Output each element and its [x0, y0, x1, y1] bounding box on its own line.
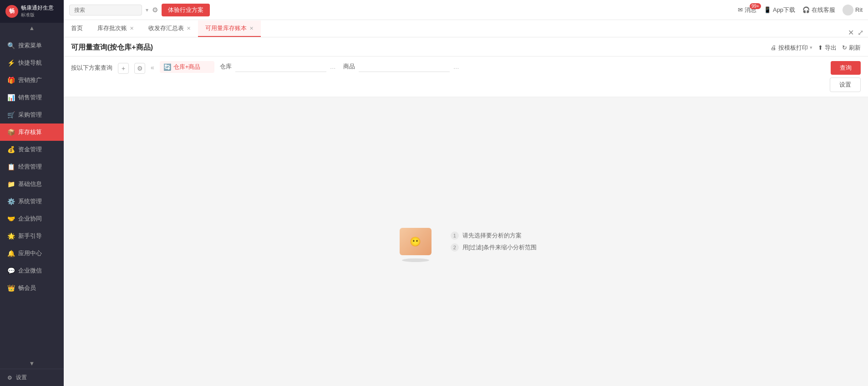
topbar-gear-icon[interactable]: ⚙ — [152, 6, 158, 14]
topbar: ▾ ⚙ 体验行业方案 ✉ 消息 99+ 📱 App下载 🎧 在线客服 Rit — [64, 0, 868, 20]
refresh-button[interactable]: ↻ 刷新 — [842, 44, 861, 52]
sidebar-logo: 畅 — [5, 5, 18, 18]
sidebar-item-label: 企业微信 — [18, 267, 42, 275]
empty-hints: 1 请先选择要分析的方案 2 用[过滤]条件来缩小分析范围 — [451, 232, 537, 252]
sidebar-item-label: 营销推广 — [18, 76, 42, 84]
export-label: 导出 — [825, 44, 837, 52]
print-dropdown-icon[interactable]: ▾ — [810, 45, 812, 51]
sidebar-item-enterprise[interactable]: 🤝 企业协同 — [0, 210, 64, 227]
print-button[interactable]: 🖨 按模板打印 ▾ — [771, 44, 812, 52]
filter-scheme-settings-button[interactable]: ⚙ — [134, 63, 145, 74]
tab-collect-close[interactable]: ✕ — [187, 26, 191, 31]
folder-icon: 📁 — [7, 180, 15, 188]
sidebar-item-label: 企业协同 — [18, 215, 42, 223]
tab-collect-label: 收发存汇总表 — [148, 24, 184, 32]
sidebar-scroll-down[interactable]: ▼ — [0, 358, 64, 369]
empty-hint-2: 2 用[过滤]条件来缩小分析范围 — [451, 243, 537, 252]
online-service-button[interactable]: 🎧 在线客服 — [802, 6, 835, 14]
tab-collect[interactable]: 收发存汇总表 ✕ — [141, 21, 198, 37]
print-label: 按模板打印 — [778, 44, 808, 52]
printer-icon: 🖨 — [771, 44, 777, 51]
scheme-label: 仓库+商品 — [173, 63, 201, 71]
sidebar-item-label: 销售管理 — [18, 93, 42, 102]
sidebar: 畅 畅康通好生意 标准版 ▲ 🔍 搜索菜单 ⚡ 快捷导航 🎁 营销推广 📊 销售… — [0, 0, 64, 386]
filter-schemes: 🔄 仓库+商品 — [160, 61, 214, 73]
wechat-icon: 💬 — [7, 267, 15, 274]
page-title: 可用量查询(按仓库+商品) — [71, 43, 153, 52]
sidebar-item-wechat[interactable]: 💬 企业微信 — [0, 262, 64, 279]
tab-batch-close[interactable]: ✕ — [130, 26, 134, 31]
trial-button[interactable]: 体验行业方案 — [162, 4, 210, 16]
online-service-label: 在线客服 — [812, 6, 835, 14]
page-header: 可用量查询(按仓库+商品) 🖨 按模板打印 ▾ ⬆ 导出 ↻ 刷新 — [64, 37, 868, 57]
export-button[interactable]: ⬆ 导出 — [818, 44, 837, 52]
user-menu[interactable]: Rit — [843, 5, 863, 15]
warehouse-more-icon[interactable]: … — [330, 63, 336, 70]
query-button[interactable]: 查询 — [831, 61, 861, 75]
sidebar-item-label: 系统管理 — [18, 197, 42, 206]
sidebar-subtitle: 标准版 — [21, 12, 54, 18]
tab-home[interactable]: 首页 — [64, 21, 90, 37]
sidebar-item-guide[interactable]: 🌟 新手引导 — [0, 227, 64, 245]
star-icon: 🌟 — [7, 232, 15, 240]
hint-num-1: 1 — [451, 232, 459, 240]
tabbar-close-icon[interactable]: ✕ — [848, 28, 854, 37]
sidebar-settings[interactable]: ⚙ 设置 — [0, 369, 64, 386]
filter-scheme-warehouse-product[interactable]: 🔄 仓库+商品 — [160, 61, 214, 73]
product-more-icon[interactable]: … — [453, 63, 459, 70]
filter-fields: 仓库 … 商品 … — [220, 61, 824, 72]
phone-icon: 📱 — [764, 6, 771, 13]
shortcut-icon: ⚡ — [7, 59, 15, 67]
sidebar-item-purchase[interactable]: 🛒 采购管理 — [0, 106, 64, 124]
message-button[interactable]: ✉ 消息 99+ — [738, 6, 756, 14]
sidebar-item-operations[interactable]: 📋 经营管理 — [0, 158, 64, 175]
warehouse-input[interactable] — [235, 61, 326, 72]
crown-icon: 👑 — [7, 284, 15, 292]
column-settings-button[interactable]: 设置 — [830, 77, 861, 92]
sidebar-title: 畅康通好生意 — [21, 5, 54, 12]
app-download-button[interactable]: 📱 App下载 — [764, 6, 795, 14]
filter-area-label: 按以下方案查询 — [71, 61, 112, 72]
sidebar-item-label: 快捷导航 — [18, 59, 42, 67]
tabbar-actions: ✕ ⤢ — [848, 28, 868, 37]
sidebar-item-apps[interactable]: 🔔 应用中心 — [0, 245, 64, 262]
refresh-icon: ↻ — [842, 44, 847, 51]
hint-text-2: 用[过滤]条件来缩小分析范围 — [462, 243, 537, 252]
user-name: Rit — [855, 6, 863, 13]
empty-state: 😶 1 请先选择要分析的方案 2 用[过滤]条件来缩小分析范围 — [395, 221, 537, 262]
sidebar-item-finance[interactable]: 💰 资金管理 — [0, 141, 64, 158]
sidebar-footer-label: 设置 — [16, 374, 27, 381]
tab-available[interactable]: 可用量库存账本 ✕ — [198, 21, 261, 37]
tab-available-label: 可用量库存账本 — [205, 24, 247, 32]
filter-collapse-icon[interactable]: « — [151, 64, 154, 71]
hint-num-2: 2 — [451, 243, 459, 252]
gift-icon: 🎁 — [7, 77, 15, 84]
empty-face-icon: 😶 — [410, 236, 421, 247]
product-field-group: 商品 … — [343, 61, 459, 72]
empty-illustration: 😶 — [395, 221, 436, 262]
sidebar-item-label: 经营管理 — [18, 163, 42, 171]
sidebar-item-label: 畅会员 — [18, 284, 36, 292]
tabbar-expand-icon[interactable]: ⤢ — [858, 28, 863, 37]
sidebar-item-shortcut[interactable]: ⚡ 快捷导航 — [0, 54, 64, 72]
sidebar-item-marketing[interactable]: 🎁 营销推广 — [0, 72, 64, 89]
hint-text-1: 请先选择要分析的方案 — [462, 232, 522, 240]
product-input[interactable] — [359, 61, 450, 72]
topbar-actions: ✉ 消息 99+ 📱 App下载 🎧 在线客服 Rit — [738, 5, 863, 15]
filter-add-button[interactable]: + — [118, 63, 129, 74]
sidebar-item-search[interactable]: 🔍 搜索菜单 — [0, 37, 64, 54]
sidebar-item-member[interactable]: 👑 畅会员 — [0, 279, 64, 297]
sidebar-item-label: 基础信息 — [18, 180, 42, 188]
sidebar-item-label: 资金管理 — [18, 145, 42, 154]
topbar-search-input[interactable] — [69, 5, 142, 15]
sidebar-item-inventory[interactable]: 📦 库存核算 — [0, 124, 64, 141]
sidebar-item-basic[interactable]: 📁 基础信息 — [0, 175, 64, 193]
tab-available-close[interactable]: ✕ — [249, 26, 254, 31]
sidebar-item-sales[interactable]: 📊 销售管理 — [0, 89, 64, 106]
tab-batch[interactable]: 库存批次账 ✕ — [90, 21, 141, 37]
sidebar-scroll-up[interactable]: ▲ — [0, 23, 64, 33]
sidebar-item-label: 搜索菜单 — [18, 41, 42, 50]
sidebar-item-system[interactable]: ⚙️ 系统管理 — [0, 193, 64, 210]
app-download-label: App下载 — [773, 6, 795, 14]
search-dropdown-icon[interactable]: ▾ — [146, 7, 148, 13]
